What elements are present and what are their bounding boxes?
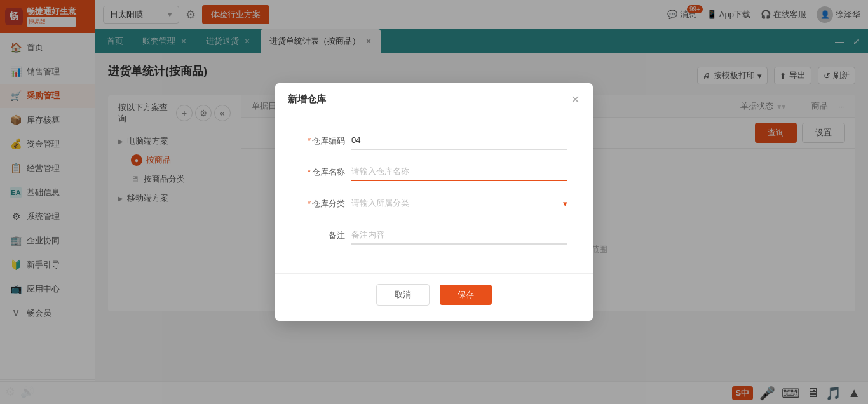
modal-header: 新增仓库 ✕ (275, 83, 593, 116)
field-category-wrap: 请输入所属分类 ▾ (351, 194, 567, 213)
category-placeholder: 请输入所属分类 (351, 198, 563, 209)
field-notes-wrap (351, 226, 567, 245)
field-notes-input[interactable] (351, 226, 567, 245)
form-row-category: 仓库分类 请输入所属分类 ▾ (301, 194, 567, 213)
modal-save-btn[interactable]: 保存 (440, 285, 492, 305)
modal-body: 仓库编码 仓库名称 仓库分类 请输入所属分类 ▾ (275, 116, 593, 273)
field-name-label: 仓库名称 (301, 166, 351, 178)
modal-footer: 取消 保存 (275, 273, 593, 321)
modal-close-btn[interactable]: ✕ (571, 94, 580, 105)
field-code-input[interactable] (351, 131, 567, 150)
field-name-wrap (351, 163, 567, 181)
field-category-select[interactable]: 请输入所属分类 ▾ (351, 194, 567, 213)
category-dropdown-arrow-icon: ▾ (563, 199, 567, 208)
add-warehouse-modal: 新增仓库 ✕ 仓库编码 仓库名称 仓库分类 (275, 83, 593, 321)
form-row-notes: 备注 (301, 226, 567, 245)
form-row-code: 仓库编码 (301, 131, 567, 150)
form-row-name: 仓库名称 (301, 163, 567, 181)
field-notes-label: 备注 (301, 230, 351, 241)
field-category-label: 仓库分类 (301, 198, 351, 210)
field-code-wrap (351, 131, 567, 150)
modal-title: 新增仓库 (288, 93, 326, 105)
field-name-input[interactable] (351, 163, 567, 181)
field-code-label: 仓库编码 (301, 135, 351, 147)
modal-overlay[interactable]: 新增仓库 ✕ 仓库编码 仓库名称 仓库分类 (0, 0, 868, 404)
modal-cancel-btn[interactable]: 取消 (376, 284, 430, 306)
